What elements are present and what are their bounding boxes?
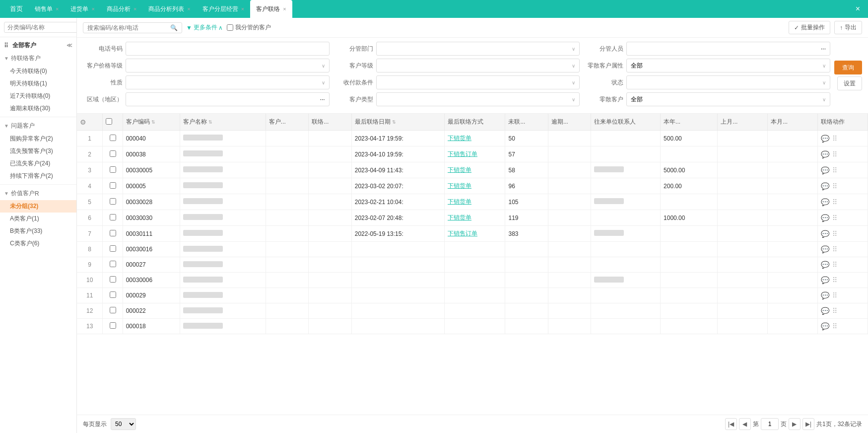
more-icon[interactable]: ⠿ [832,261,837,269]
cell-lastway[interactable] [445,273,505,288]
sidebar-item-overdue[interactable]: 逾期未联络(30) [0,102,76,115]
row-checkbox[interactable] [110,135,116,141]
filter-search-input[interactable] [87,24,170,31]
select-all-checkbox[interactable] [106,118,112,125]
close-purchase-tab[interactable]: × [91,6,94,12]
more-icon[interactable]: ⠿ [832,182,837,190]
sidebar-item-class-c[interactable]: C类客户(6) [0,237,76,250]
lastway-link[interactable]: 下销售订单 [448,230,477,237]
collapse-sidebar-icon[interactable]: ≪ [67,42,72,49]
th-settings[interactable]: ⚙ [77,114,103,131]
sidebar-item-today[interactable]: 今天待联络(0) [0,65,76,77]
lastway-link[interactable]: 下销售订单 [448,150,477,157]
contact-icon[interactable]: 💬 [821,261,829,269]
th-thismonth[interactable]: 本月... [768,114,818,131]
row-checkbox[interactable] [110,261,116,267]
cell-check[interactable] [103,178,123,194]
cell-check[interactable] [103,257,123,273]
cell-lastway[interactable] [445,257,505,273]
contact-icon[interactable]: 💬 [821,198,829,206]
first-page-btn[interactable]: |◀ [725,418,737,430]
more-icon[interactable]: ⠿ [832,322,837,330]
sidebar-item-ungroup[interactable]: 未分组(32) [0,200,76,213]
my-customers-filter[interactable]: 我分管的客户 [227,23,271,32]
more-icon[interactable]: ⠿ [832,307,837,315]
th-lastmonth[interactable]: 上月... [718,114,768,131]
contact-icon[interactable]: 💬 [821,291,829,299]
contact-icon[interactable]: 💬 [821,322,829,330]
row-checkbox[interactable] [110,307,116,313]
th-type[interactable]: 客户... [266,114,308,131]
select-person[interactable]: ··· [626,42,830,56]
lastway-link[interactable]: 下销货单 [448,214,471,221]
cell-lastway[interactable] [445,319,505,334]
prev-page-btn[interactable]: ◀ [739,418,751,430]
contact-icon[interactable]: 💬 [821,230,829,238]
row-checkbox[interactable] [110,198,116,205]
cell-check[interactable] [103,210,123,226]
row-checkbox[interactable] [110,150,116,157]
sidebar-item-7days[interactable]: 近7天待联络(0) [0,90,76,102]
row-checkbox[interactable] [110,166,116,173]
my-customers-checkbox[interactable] [227,24,233,31]
cell-check[interactable] [103,303,123,319]
contact-icon[interactable]: 💬 [821,245,829,253]
batch-op-button[interactable]: ✓ 批量操作 [789,21,830,34]
filter-search-icon[interactable]: 🔍 [170,24,178,31]
row-checkbox[interactable] [110,322,116,329]
cell-lastway[interactable]: 下销售订单 [445,146,505,162]
row-checkbox[interactable] [110,214,116,220]
nav-tab-analysis[interactable]: 商品分析 × [101,0,142,18]
nav-close-all[interactable]: × [852,4,864,13]
sidebar-item-churned[interactable]: 已流失客户(24) [0,157,76,170]
th-lastdate[interactable]: 最后联络日期⇅ [351,114,444,131]
th-lastway[interactable]: 最后联络方式 [445,114,505,131]
close-sales-tab[interactable]: × [56,6,59,12]
more-icon[interactable]: ⠿ [832,291,837,299]
th-code[interactable]: 客户编码⇅ [123,114,180,131]
cell-lastway[interactable]: 下销货单 [445,194,505,210]
per-page-select[interactable]: 50 100 200 [111,418,136,430]
row-checkbox[interactable] [110,276,116,283]
row-checkbox[interactable] [110,291,116,298]
select-customer-level[interactable]: ∨ [376,59,580,72]
sidebar-item-churn-warn[interactable]: 流失预警客户(3) [0,145,76,157]
row-checkbox[interactable] [110,230,116,236]
select-dept[interactable]: ∨ [376,42,580,56]
cell-check[interactable] [103,273,123,288]
th-thisyear[interactable]: 本年... [661,114,718,131]
contact-icon[interactable]: 💬 [821,135,829,143]
lastway-link[interactable]: 下销货单 [448,135,471,142]
more-icon[interactable]: ⠿ [832,230,837,238]
cell-check[interactable] [103,226,123,242]
query-button[interactable]: 查询 [834,61,862,74]
contact-icon[interactable]: 💬 [821,276,829,284]
th-unlinkdays[interactable]: 未联... [505,114,548,131]
more-icon[interactable]: ⠿ [832,166,837,174]
cell-lastway[interactable]: 下销售订单 [445,226,505,242]
th-check[interactable] [103,114,123,131]
cell-lastway[interactable] [445,303,505,319]
cell-lastway[interactable] [445,288,505,303]
contact-icon[interactable]: 💬 [821,166,829,174]
more-icon[interactable]: ⠿ [832,150,837,158]
sidebar-item-tomorrow[interactable]: 明天待联络(1) [0,77,76,90]
cell-check[interactable] [103,319,123,334]
select-region[interactable]: ··· [126,92,330,106]
all-customers-header[interactable]: ⠿ 全部客户 ≪ [0,37,76,52]
cell-check[interactable] [103,194,123,210]
cell-lastway[interactable]: 下销货单 [445,162,505,178]
row-checkbox[interactable] [110,182,116,189]
th-contact[interactable]: 联络... [309,114,351,131]
sidebar-search-input[interactable] [4,22,77,33]
reset-button[interactable]: 设置 [837,76,862,90]
nav-tab-customer-contact[interactable]: 客户联络 × [250,0,292,18]
input-phone[interactable] [126,42,330,56]
select-customer-type[interactable]: ∨ [376,92,580,106]
th-contacts[interactable]: 往来单位联系人 [591,114,661,131]
th-overdue[interactable]: 逾期... [548,114,591,131]
cell-lastway[interactable]: 下销货单 [445,131,505,146]
more-icon[interactable]: ⠿ [832,245,837,253]
close-analysis-tab[interactable]: × [134,6,136,12]
cell-check[interactable] [103,146,123,162]
